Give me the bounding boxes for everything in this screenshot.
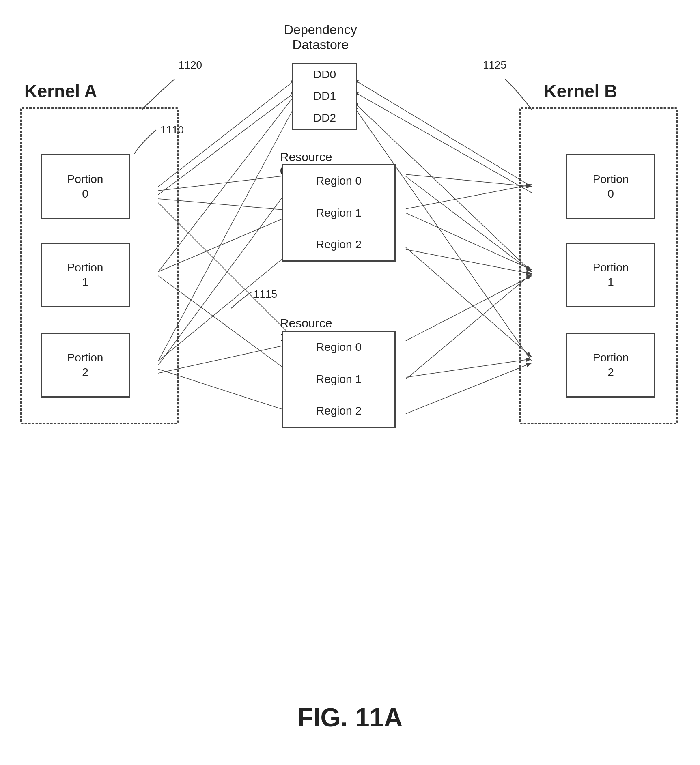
svg-line-26 xyxy=(406,359,532,377)
svg-line-11 xyxy=(158,199,296,211)
svg-line-14 xyxy=(158,178,296,365)
svg-line-13 xyxy=(158,247,296,361)
svg-line-20 xyxy=(406,249,532,274)
kernel-b-label: Kernel B xyxy=(544,81,617,101)
figure-label: FIG. 11A xyxy=(0,703,700,733)
dependency-datastore-box: DD0 DD1 DD2 xyxy=(292,63,357,130)
svg-line-5 xyxy=(158,103,296,361)
dependency-datastore-label: Dependency Datastore xyxy=(284,22,357,52)
resource-1-box: Region 0 Region 1 Region 2 xyxy=(282,331,396,428)
svg-line-23 xyxy=(158,369,296,414)
resource-0-box: Region 0 Region 1 Region 2 xyxy=(282,164,396,262)
svg-line-27 xyxy=(406,363,532,414)
kernel-a-portion-2: Portion 2 xyxy=(41,333,130,398)
svg-line-4 xyxy=(158,93,296,272)
svg-line-12 xyxy=(158,213,296,272)
kernel-a-label: Kernel A xyxy=(24,81,97,101)
svg-line-3 xyxy=(158,91,296,195)
svg-line-25 xyxy=(406,276,532,341)
svg-line-16 xyxy=(406,213,532,270)
kernel-a-portion-0: Portion 0 xyxy=(41,154,130,219)
svg-line-18 xyxy=(406,247,532,357)
svg-line-28 xyxy=(406,274,532,379)
svg-line-19 xyxy=(406,176,532,272)
kernel-b-portion-0: Portion 0 xyxy=(566,154,655,219)
kernel-b-portion-1: Portion 1 xyxy=(566,243,655,307)
svg-line-21 xyxy=(158,203,296,341)
svg-line-10 xyxy=(158,174,296,191)
svg-line-24 xyxy=(158,343,296,373)
kernel-a-portion-1: Portion 1 xyxy=(41,243,130,307)
svg-line-17 xyxy=(406,185,532,209)
kernel-b-portion-2: Portion 2 xyxy=(566,333,655,398)
svg-line-15 xyxy=(406,174,532,187)
